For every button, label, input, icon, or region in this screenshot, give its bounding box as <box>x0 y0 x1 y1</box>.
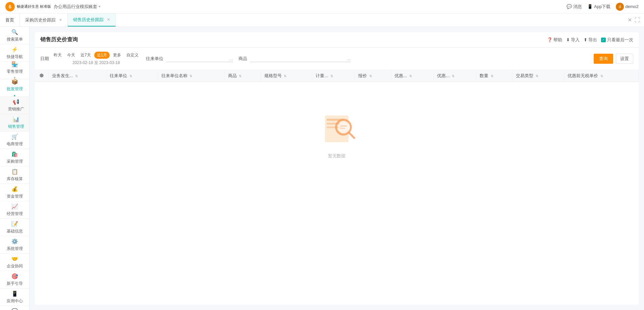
message-action[interactable]: 💬 消息 <box>567 4 582 10</box>
header-left: 6 畅捷通好生意 标准版 办公用品行业模拟账套 ▾ <box>5 2 101 11</box>
col-pre-tax-price[interactable]: 优惠前无税单价 ⇅ <box>564 70 639 82</box>
counterparty-input-wrap[interactable]: ... <box>166 55 233 62</box>
col-quote-label: 报价 <box>358 73 367 78</box>
system-icon: ⚙️ <box>11 238 18 245</box>
sidebar-label-new-guide: 新手引导 <box>7 281 23 287</box>
col-quote[interactable]: 报价 ⇅ <box>355 70 391 82</box>
sidebar-item-inventory[interactable]: 📋 库存核算 <box>0 166 29 184</box>
col-discount1-sort-icon: ⇅ <box>409 74 412 78</box>
search-menu-icon: 🔍 <box>11 29 18 35</box>
sidebar-item-purchase[interactable]: 🛍️ 采购管理 <box>0 149 29 166</box>
sidebar: 🔍 搜索菜单 ⚡ 快捷导航 🏪 零售管理 ▾ 📦 批发管理 ▴ 📢 营销推广 📊… <box>0 27 30 310</box>
fullscreen-icon[interactable]: ⛶ <box>635 17 640 23</box>
col-settings[interactable] <box>35 70 48 82</box>
filter-area: 日期 昨天 今天 近7天 近1月 更多 自定义 2023-02-18 至 202… <box>35 48 639 70</box>
date-btn-today[interactable]: 今天 <box>65 52 77 59</box>
sidebar-item-quick-nav[interactable]: ⚡ 快捷导航 <box>0 44 29 62</box>
col-biz-date[interactable]: 业务发生... ⇅ <box>48 70 106 82</box>
sidebar-item-finance[interactable]: 💰 资金管理 <box>0 184 29 201</box>
tab-sales-history[interactable]: 销售历史价跟踪 ✕ <box>68 13 116 27</box>
col-counterparty-name[interactable]: 往来单位名称 ⇅ <box>158 70 224 82</box>
product-filter-group: 商品 ... <box>238 55 351 62</box>
sidebar-item-enterprise-wechat[interactable]: 💬 企业微信 <box>0 306 29 310</box>
tab-home[interactable]: 首页 <box>0 13 20 27</box>
date-row-1: 昨天 今天 近7天 近1月 更多 自定义 <box>52 52 141 59</box>
export-action[interactable]: ⬆ 导出 <box>584 37 597 43</box>
sidebar-item-new-guide[interactable]: 🎯 新手引导 <box>0 271 29 289</box>
tab-purchase-history[interactable]: 采购历史价跟踪 ✕ <box>20 13 68 27</box>
col-discount2[interactable]: 优惠... ⇅ <box>434 70 476 82</box>
page-wrapper: 销售历史价查询 ❓ 帮助 ⬇ 导入 ⬆ 导出 ✓ <box>35 32 639 305</box>
tab-home-label: 首页 <box>5 17 14 23</box>
workspace-chevron-icon: ▾ <box>99 4 101 9</box>
header-right: 💬 消息 📱 App下载 d demo2 <box>567 3 639 11</box>
col-spec[interactable]: 规格型号 ⇅ <box>261 70 312 82</box>
sidebar-item-marketing[interactable]: 📢 营销推广 <box>0 97 29 114</box>
col-biz-date-sort-icon: ⇅ <box>75 74 78 78</box>
sidebar-label-operations: 经营管理 <box>7 211 23 217</box>
col-product-label: 商品 <box>228 73 237 78</box>
empty-state: 暂无数据 <box>35 82 639 186</box>
sidebar-item-sales-mgmt[interactable]: 📊 销售管理 <box>0 114 29 132</box>
logo-area: 6 畅捷通好生意 标准版 <box>5 2 51 11</box>
sidebar-item-app-center[interactable]: 📱 应用中心 <box>0 289 29 306</box>
page-header: 销售历史价查询 ❓ 帮助 ⬇ 导入 ⬆ 导出 ✓ <box>35 32 639 48</box>
date-filter-group: 日期 昨天 今天 近7天 近1月 更多 自定义 2023-02-18 至 202… <box>40 52 141 66</box>
username-label: demo2 <box>625 4 639 9</box>
sidebar-label-marketing: 营销推广 <box>8 106 24 112</box>
search-button[interactable]: 查询 <box>594 54 613 64</box>
workspace-selector[interactable]: 办公用品行业模拟账套 ▾ <box>54 4 101 10</box>
user-action[interactable]: d demo2 <box>616 3 639 11</box>
sidebar-label-app-center: 应用中心 <box>7 298 23 304</box>
col-trade-type[interactable]: 交易类型 ⇅ <box>513 70 564 82</box>
close-all-tabs-icon[interactable]: ✕ <box>628 17 632 23</box>
sidebar-item-basic-info[interactable]: 📝 基础信息 <box>0 219 29 236</box>
date-btn-more[interactable]: 更多 <box>111 52 123 59</box>
date-buttons: 昨天 今天 近7天 近1月 更多 自定义 2023-02-18 至 2023-0… <box>52 52 141 66</box>
counterparty-label: 往来单位 <box>146 56 163 62</box>
col-trade-type-label: 交易类型 <box>516 73 533 78</box>
checkbox-checked-icon: ✓ <box>601 38 606 42</box>
tab-sales-history-close-icon[interactable]: ✕ <box>107 17 110 22</box>
import-action[interactable]: ⬇ 导入 <box>566 37 580 43</box>
counterparty-filter-group: 往来单位 ... <box>146 55 233 62</box>
col-qty[interactable]: 数量 ⇅ <box>476 70 513 82</box>
sidebar-item-operations[interactable]: 📈 经营管理 <box>0 201 29 219</box>
table-wrapper: 业务发生... ⇅ 往来单位 ⇅ 往来单位名称 ⇅ <box>35 70 639 82</box>
sidebar-item-enterprise-collab[interactable]: 🤝 企业协同 <box>0 254 29 271</box>
sidebar-item-system[interactable]: ⚙️ 系统管理 <box>0 236 29 254</box>
settings-button[interactable]: 设置 <box>616 54 633 64</box>
date-btn-last7[interactable]: 近7天 <box>78 52 93 59</box>
date-btn-custom[interactable]: 自定义 <box>124 52 141 59</box>
retail-icon: 🏪 <box>11 61 18 67</box>
col-product[interactable]: 商品 ⇅ <box>224 70 261 82</box>
counterparty-dots-icon[interactable]: ... <box>230 56 233 61</box>
date-btn-yesterday[interactable]: 昨天 <box>52 52 64 59</box>
app-download-action[interactable]: 📱 App下载 <box>587 4 610 10</box>
sidebar-label-quick-nav: 快捷导航 <box>7 54 23 60</box>
col-counterparty-code[interactable]: 往来单位 ⇅ <box>106 70 158 82</box>
col-counterparty-code-label: 往来单位 <box>110 73 127 78</box>
help-label: 帮助 <box>553 37 562 43</box>
finance-icon: 💰 <box>11 186 18 192</box>
date-filter-label: 日期 <box>40 56 49 62</box>
basic-info-icon: 📝 <box>11 221 18 227</box>
sidebar-item-retail[interactable]: 🏪 零售管理 ▾ <box>0 62 29 79</box>
date-btn-last1month[interactable]: 近1月 <box>94 52 110 59</box>
import-icon: ⬇ <box>566 37 570 42</box>
col-biz-date-label: 业务发生... <box>52 73 73 78</box>
col-discount1[interactable]: 优惠... ⇅ <box>391 70 434 82</box>
table-header-row: 业务发生... ⇅ 往来单位 ⇅ 往来单位名称 ⇅ <box>35 70 639 82</box>
top-header: 6 畅捷通好生意 标准版 办公用品行业模拟账套 ▾ 💬 消息 📱 App下载 d… <box>0 0 644 13</box>
product-input-wrap[interactable]: ... <box>250 55 351 62</box>
sidebar-item-ecommerce[interactable]: 🛒 电商管理 <box>0 132 29 149</box>
help-action[interactable]: ❓ 帮助 <box>547 37 562 43</box>
avatar-icon: d <box>616 3 624 11</box>
sidebar-item-search-menu[interactable]: 🔍 搜索菜单 <box>0 27 29 44</box>
col-unit[interactable]: 计量... ⇅ <box>312 70 355 82</box>
tab-purchase-history-close-icon[interactable]: ✕ <box>59 18 62 22</box>
sidebar-item-wholesale[interactable]: 📦 批发管理 ▴ <box>0 79 29 97</box>
app-logo-icon: 6 <box>5 2 15 11</box>
only-last-checkbox[interactable]: ✓ 只看最后一次 <box>601 37 633 43</box>
product-dots-icon[interactable]: ... <box>347 56 351 61</box>
